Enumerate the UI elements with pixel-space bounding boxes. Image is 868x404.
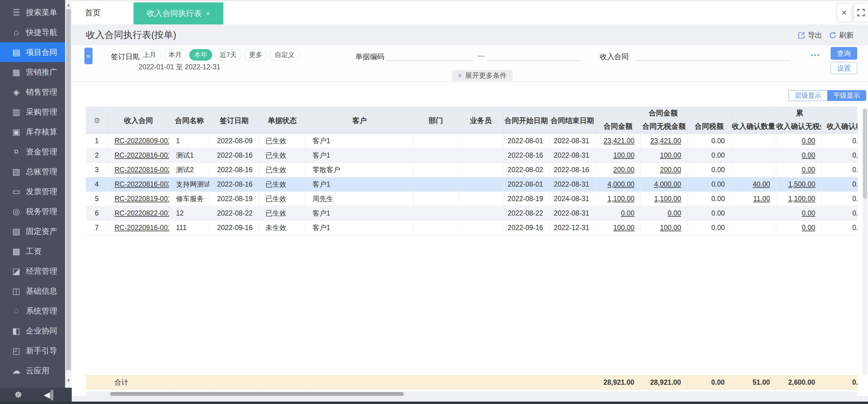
contract_no-link[interactable]: RC-20220819-001 (115, 195, 169, 203)
expand-more-conditions-button[interactable]: » 展开更多条件 (452, 70, 513, 81)
sidebar-item-label: 税务管理 (26, 206, 57, 217)
contract_no-link[interactable]: RC-20220816-002 (115, 166, 169, 174)
cell-amount: 4,000.00 (595, 177, 641, 192)
contract_no-link[interactable]: RC-20220816-003 (115, 180, 169, 188)
sidebar-item-inventory[interactable]: ▣库存核算 (0, 122, 65, 142)
contract_no-link[interactable]: RC-20220822-001 (115, 209, 169, 217)
confirm_notax-link[interactable]: 0.00 (802, 224, 815, 231)
sidebar-item-tax[interactable]: ◎税务管理 (0, 201, 65, 221)
amount_notax-link[interactable]: 100.00 (660, 151, 681, 159)
table-row[interactable]: 5RC-20220819-001修车服务2022-08-19已生效周先生2022… (86, 192, 858, 206)
amount-link[interactable]: 0.00 (621, 209, 634, 217)
confirm_qty-link[interactable]: 11.00 (753, 195, 770, 203)
sidebar-item-operations[interactable]: ◪经营管理 (0, 261, 65, 281)
vertical-scrollbar-thumb[interactable] (863, 108, 867, 199)
cell-amount_notax: 4,000.00 (641, 177, 687, 192)
sidebar-item-beginner-guide[interactable]: ◰新手引导 (0, 341, 65, 361)
sidebar-scrollbar-thumb[interactable] (66, 9, 71, 370)
display-toggle-1[interactable]: 平级显示 (827, 90, 866, 101)
date-pill-更多[interactable]: 更多 (244, 49, 267, 61)
amount_notax-link[interactable]: 0.00 (668, 209, 681, 217)
export-button[interactable]: 导出 (798, 30, 822, 40)
cell-start_date: 2022-08-19 (503, 192, 550, 206)
inventory-icon: ▣ (11, 127, 22, 137)
table-row[interactable]: 4RC-20220816-003支持网测试2022-08-16已生效客户1202… (86, 177, 858, 192)
tab-close-icon[interactable]: × (206, 9, 210, 18)
date-pill-本年[interactable]: 本年 (189, 49, 212, 61)
table-row[interactable]: 7RC-20220916-0011112022-09-16未生效客户12022-… (86, 221, 858, 235)
query-button[interactable]: 查询 (831, 47, 857, 60)
contract_no-link[interactable]: RC-20220916-001 (115, 224, 169, 231)
amount_notax-link[interactable]: 4,000.00 (654, 180, 681, 188)
more-options-button[interactable]: ... (811, 48, 820, 58)
tab-home[interactable]: 首页 (81, 1, 105, 24)
collapse-sidebar-icon[interactable]: ◀║ (44, 390, 54, 400)
sidebar-item-funds[interactable]: ¤资金管理 (0, 142, 65, 162)
fullscreen-button[interactable] (854, 4, 868, 22)
sidebar-item-payroll[interactable]: ▩工资 (0, 241, 65, 261)
tab-income-contract-report[interactable]: 收入合同执行表 × (133, 2, 223, 24)
sign-date-filter-label: 签订日期 (111, 52, 140, 62)
scroll-down-icon[interactable]: ▼ (65, 377, 72, 383)
amount_notax-link[interactable]: 23,421.00 (650, 137, 681, 145)
date-pill-自定义[interactable]: 自定义 (270, 49, 299, 61)
income-contract-input[interactable] (636, 48, 790, 61)
vertical-scrollbar[interactable] (863, 108, 867, 376)
confirm_notax-link[interactable]: 0.00 (802, 151, 815, 159)
sidebar-item-home[interactable]: ⌂快捷导航 (0, 22, 65, 42)
settings-button[interactable]: 设置 (831, 62, 857, 74)
doc-code-to-input[interactable] (487, 48, 581, 61)
sidebar-item-label: 经营管理 (26, 266, 57, 277)
amount-link[interactable]: 4,000.00 (607, 180, 634, 188)
date-pill-本月[interactable]: 本月 (164, 49, 187, 61)
confirm_qty-link[interactable]: 40.00 (752, 180, 770, 188)
sidebar-item-search[interactable]: ☰搜索菜单 (0, 2, 65, 22)
sidebar-item-invoice[interactable]: ▭发票管理 (0, 182, 65, 201)
expand-filter-panel-button[interactable]: » (84, 48, 93, 64)
sidebar-item-fixed-assets[interactable]: ▨固定资产 (0, 221, 65, 241)
confirm_notax-link[interactable]: 1,100.00 (788, 195, 815, 203)
sidebar-item-collaboration[interactable]: ◧企业协同 (0, 321, 65, 341)
horizontal-scrollbar-thumb[interactable] (110, 392, 404, 396)
date-pill-上月[interactable]: 上月 (138, 49, 161, 61)
doc-code-from-input[interactable] (386, 48, 474, 61)
contract_no-link[interactable]: RC-20220809-001 (115, 137, 169, 145)
refresh-button[interactable]: 刷新 (829, 30, 854, 40)
table-row[interactable]: 2RC-20220816-001测试12022-08-16已生效客户12022-… (86, 148, 858, 163)
display-toggle-0[interactable]: 层级显示 (789, 90, 827, 101)
sidebar-item-marketing[interactable]: ▦营销推广 (0, 62, 65, 82)
amount-link[interactable]: 100.00 (613, 224, 634, 231)
table-row[interactable]: 3RC-20220816-002测试22022-08-16已生效零散客户2022… (86, 163, 858, 177)
cell-seq: 7 (86, 221, 108, 235)
amount-link[interactable]: 1,100.00 (607, 195, 634, 203)
sidebar-item-system[interactable]: ◌系统管理 (0, 301, 65, 321)
sidebar-item-label: 资金管理 (26, 147, 57, 157)
table-row[interactable]: 1RC-20220809-00112022-08-09已生效客户12022-08… (86, 134, 858, 148)
sidebar-scrollbar[interactable]: ▲ ▼ (65, 0, 72, 388)
amount-link[interactable]: 200.00 (613, 166, 634, 174)
date-pill-近7天[interactable]: 近7天 (215, 49, 241, 61)
table-settings-icon[interactable]: ⚙ (94, 116, 100, 125)
sidebar-item-basic-info[interactable]: ◫基础信息 (0, 281, 65, 301)
confirm_notax-link[interactable]: 0.00 (802, 209, 815, 217)
cell-confirm_notax: 0.00 (776, 163, 822, 177)
confirm_notax-link[interactable]: 1,500.00 (788, 180, 815, 188)
amount-link[interactable]: 23,421.00 (604, 137, 634, 145)
cloud-apps-icon: ☁ (11, 366, 22, 376)
contract_no-link[interactable]: RC-20220816-001 (115, 151, 169, 159)
sidebar-item-project-contract[interactable]: ▤项目合同 (0, 42, 65, 62)
sidebar-item-general-ledger[interactable]: ▧总账管理 (0, 162, 65, 182)
sidebar-item-cloud-apps[interactable]: ☁云应用 (0, 361, 65, 380)
confirm_notax-link[interactable]: 0.00 (802, 137, 815, 145)
table-row[interactable]: 6RC-20220822-001122022-08-22已生效客户12022-0… (86, 206, 858, 221)
amount_notax-link[interactable]: 100.00 (660, 224, 681, 231)
scroll-up-icon[interactable]: ▲ (65, 2, 72, 8)
amount_notax-link[interactable]: 1,100.00 (654, 195, 681, 203)
amount-link[interactable]: 100.00 (613, 151, 634, 159)
settings-gear-icon[interactable]: ☸ (14, 390, 22, 400)
sidebar-item-purchase[interactable]: ▥采购管理 (0, 102, 65, 122)
amount_notax-link[interactable]: 200.00 (660, 166, 681, 174)
close-window-button[interactable]: × (837, 4, 851, 22)
sidebar-item-sales[interactable]: ◈销售管理 (0, 82, 65, 102)
confirm_notax-link[interactable]: 0.00 (802, 166, 815, 174)
